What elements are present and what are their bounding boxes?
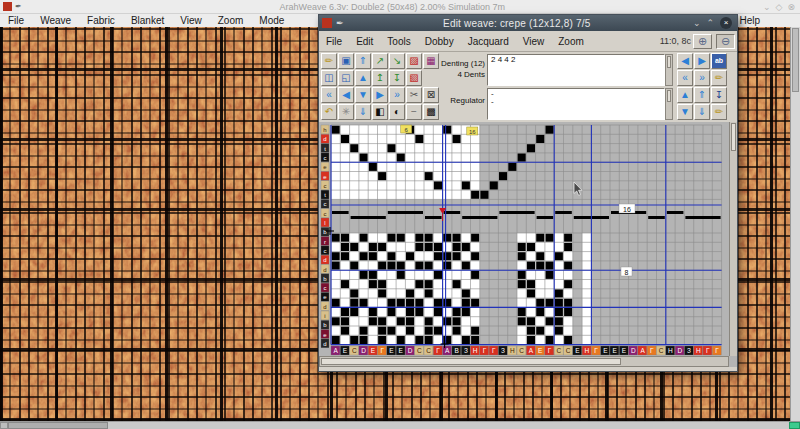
svg-text:C: C: [556, 347, 561, 354]
delete-float-icon[interactable]: ▧: [406, 70, 422, 86]
app-vertical-scrollbar[interactable]: [790, 27, 800, 421]
go-prev-icon[interactable]: ◀: [338, 87, 354, 103]
weave-cell: [434, 243, 442, 251]
screen: ✒ ArahWeave 6.3v: Double2 (50x48) 2.00% …: [0, 0, 800, 429]
denting-dash: [537, 216, 554, 219]
app-menu-help[interactable]: Help: [739, 15, 760, 26]
weave-cell: [369, 271, 377, 279]
dialog-close-icon[interactable]: ×: [720, 17, 732, 29]
app-menu-item-view[interactable]: View: [180, 15, 202, 26]
shift-up-fast-icon[interactable]: ⇑: [355, 53, 371, 69]
anchor-icon[interactable]: ↧: [711, 87, 727, 103]
app-menu-item-zoom[interactable]: Zoom: [218, 15, 244, 26]
app-menu-item-mode[interactable]: Mode: [259, 15, 284, 26]
grid-horizontal-scrollbar[interactable]: [319, 356, 729, 367]
warp-left-fast-icon[interactable]: «: [677, 70, 693, 86]
ab-icon[interactable]: ab: [711, 53, 727, 69]
broom-bottom-icon[interactable]: ✏: [711, 104, 727, 120]
insert-warp-icon[interactable]: ↥: [372, 70, 388, 86]
svg-text:d: d: [323, 267, 326, 273]
dialog-menu-item-dobby[interactable]: Dobby: [425, 36, 454, 47]
go-last-icon[interactable]: »: [389, 87, 405, 103]
dialog-menu-item-view[interactable]: View: [523, 36, 545, 47]
dialog-shade-icon[interactable]: ⌄: [693, 18, 701, 28]
warp-left-icon[interactable]: ◀: [677, 53, 693, 69]
clear-icon-glyph: ⊠: [427, 89, 435, 100]
dialog-menu-item-jacquard[interactable]: Jacquard: [468, 36, 509, 47]
minus-icon[interactable]: −: [406, 104, 422, 120]
remove-float-icon[interactable]: ▨: [406, 53, 422, 69]
go-next-icon[interactable]: ▶: [372, 87, 388, 103]
denting-dash: [425, 216, 442, 219]
shift-down-fast-icon[interactable]: ⇓: [355, 104, 371, 120]
undo-icon[interactable]: ↶: [321, 104, 337, 120]
zoom-in-icon[interactable]: ⊕: [693, 34, 712, 49]
insert-weft-icon[interactable]: ↧: [389, 70, 405, 86]
restore-icon[interactable]: ◇: [776, 2, 783, 12]
warp-right-icon[interactable]: ▶: [694, 53, 710, 69]
regulator-input-scrollbar[interactable]: [665, 88, 673, 120]
ab-icon-glyph: ab: [715, 57, 723, 64]
dialog-menu-item-tools[interactable]: Tools: [387, 36, 410, 47]
zoom-out-icon[interactable]: ⊖: [716, 34, 735, 49]
dialog-menu-item-edit[interactable]: Edit: [356, 36, 373, 47]
weave-grid-canvas[interactable]: hdtceectcclbrcddbcedibedAECDEГEEDCCГABЗH…: [319, 122, 729, 356]
dialog-pin-icon[interactable]: ✒: [336, 18, 344, 28]
twill-down-icon[interactable]: ↘: [389, 53, 405, 69]
warp-right-fast-icon[interactable]: »: [694, 70, 710, 86]
dither-icon[interactable]: ▩: [423, 104, 439, 120]
app-hscroll-thumb[interactable]: [8, 422, 108, 429]
weave-cell: [555, 252, 563, 260]
regulator-input[interactable]: - -: [487, 88, 665, 120]
weave-cell: [536, 299, 544, 307]
warp-right-fast-icon-glyph: »: [699, 72, 705, 83]
broom-top-icon[interactable]: ✏: [711, 70, 727, 86]
rotate-icon[interactable]: ◐: [389, 104, 405, 120]
go-last-icon-glyph: »: [394, 89, 400, 100]
app-vscroll-thumb[interactable]: [792, 28, 799, 92]
denting-input[interactable]: 2 4 4 2: [487, 54, 665, 86]
app-horizontal-scrollbar[interactable]: [0, 421, 800, 429]
denting-input-scrollbar[interactable]: [665, 54, 673, 86]
arrow-up-icon[interactable]: ▲: [355, 70, 371, 86]
grid-vertical-scrollbar[interactable]: [729, 122, 737, 356]
brush-icon[interactable]: ✏: [321, 53, 337, 69]
tools-icon[interactable]: ✳: [338, 104, 354, 120]
hscroll-left-button[interactable]: [0, 422, 8, 429]
dialog-menu-item-file[interactable]: File: [326, 36, 342, 47]
weave-cell: [471, 299, 479, 307]
weft-up-fast-icon[interactable]: ⇑: [694, 87, 710, 103]
shade-icon[interactable]: ⌄: [763, 2, 771, 12]
weft-up-icon[interactable]: ▲: [677, 87, 693, 103]
selection-icon[interactable]: ▣: [338, 53, 354, 69]
app-menu-item-file[interactable]: File: [8, 15, 24, 26]
weave-cell: [369, 243, 377, 251]
hscroll-corner-button[interactable]: [789, 422, 800, 429]
weave-cell: [434, 271, 442, 279]
svg-text:d: d: [323, 257, 326, 263]
dialog-menu-item-zoom[interactable]: Zoom: [558, 36, 584, 47]
app-menu-item-fabric[interactable]: Fabric: [87, 15, 115, 26]
app-menu-item-blanket[interactable]: Blanket: [131, 15, 164, 26]
weave-cell: [527, 336, 535, 344]
copy-icon[interactable]: ◫: [321, 70, 337, 86]
weave-cell: [434, 327, 442, 335]
weave-cell: [341, 243, 349, 251]
dialog-titlebar[interactable]: ✒ Edit weave: crepe (12x12,8) 7/5 ⌄ ⌃ ×: [319, 15, 737, 31]
twill-up-icon[interactable]: ↗: [372, 53, 388, 69]
dialog-menubar: FileEditToolsDobbyJacquardViewZoom 11:0,…: [319, 31, 737, 52]
close-window-icon[interactable]: ⊗: [787, 2, 795, 12]
weave-cell: [453, 308, 461, 316]
paste-icon[interactable]: ◱: [338, 70, 354, 86]
weft-down-icon[interactable]: ▼: [677, 104, 693, 120]
invert-icon[interactable]: ◧: [372, 104, 388, 120]
svg-text:E: E: [538, 347, 543, 354]
app-menu-item-weave[interactable]: Weave: [40, 15, 71, 26]
dialog-maximize-icon[interactable]: ⌃: [706, 18, 714, 28]
weft-down-fast-icon[interactable]: ⇓: [694, 104, 710, 120]
cut-icon[interactable]: ✂: [406, 87, 422, 103]
go-first-icon[interactable]: «: [321, 87, 337, 103]
go-down-icon[interactable]: ▼: [355, 87, 371, 103]
weave-cell: [406, 299, 414, 307]
weave-cell: [564, 262, 572, 270]
